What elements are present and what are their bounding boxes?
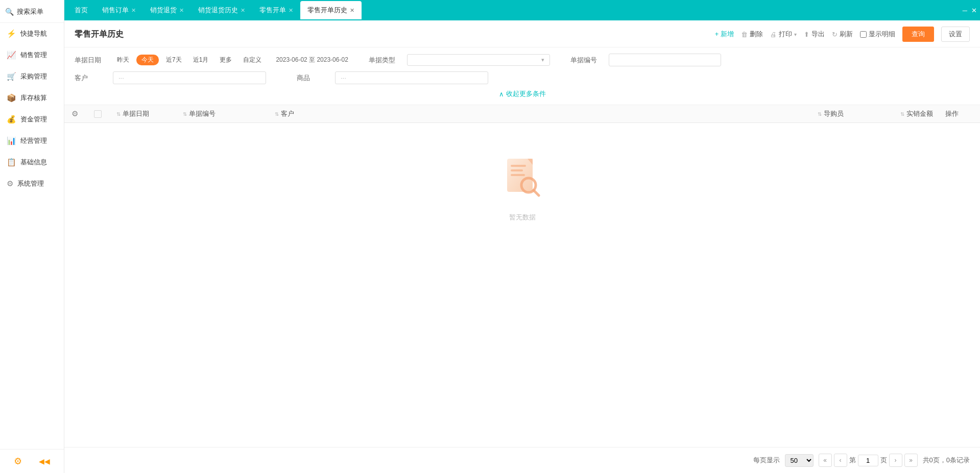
purchase-icon: 🛒 [7, 72, 16, 81]
delete-button[interactable]: 🗑 删除 [741, 30, 763, 39]
minimize-icon[interactable]: ─ [963, 7, 967, 14]
settings-bottom-icon[interactable]: ⚙ [14, 456, 22, 467]
th-number-sort-icon[interactable]: ⇅ [183, 111, 187, 117]
th-amount-sort-icon[interactable]: ⇅ [900, 111, 904, 117]
table-area: ⚙ ⇅ 单据日期 ⇅ 单据编号 ⇅ 客户 ⇅ [64, 105, 980, 447]
th-guide-sort-icon[interactable]: ⇅ [818, 111, 822, 117]
tab-sales-order[interactable]: 销售订单 ✕ [95, 1, 143, 19]
svg-line-5 [534, 190, 539, 195]
filter-row-2: 客户 ··· 商品 ··· [75, 71, 970, 84]
th-date-sort-icon[interactable]: ⇅ [116, 111, 121, 117]
search-icon: 🔍 [5, 8, 14, 16]
export-icon: ⬆ [804, 31, 809, 38]
th-amount: ⇅ 实销金额 [873, 109, 939, 118]
tab-sales-return-history-close[interactable]: ✕ [241, 7, 245, 14]
tab-retail-history[interactable]: 零售开单历史 ✕ [300, 1, 362, 19]
basic-info-icon: 📋 [7, 158, 16, 167]
add-label: + 新增 [715, 30, 734, 39]
display-detail-checkbox[interactable] [860, 31, 867, 38]
sidebar-item-sys-mgmt[interactable]: ⚙ 系统管理 [0, 173, 64, 194]
page-nav: « ‹ 第 1 页 › » [819, 454, 918, 467]
display-detail-button[interactable]: 显示明细 [860, 30, 895, 39]
setting-button[interactable]: 设置 [941, 27, 970, 42]
date-btn-1month[interactable]: 近1月 [189, 55, 213, 65]
export-label: 导出 [811, 30, 825, 39]
collapse-icon: ∧ [499, 90, 504, 98]
close-window-icon[interactable]: ✕ [971, 7, 977, 14]
sidebar-item-finance[interactable]: 💰 资金管理 [0, 109, 64, 130]
display-detail-label: 显示明细 [869, 30, 895, 39]
tab-sales-order-close[interactable]: ✕ [131, 7, 136, 14]
quick-nav-icon: ⚡ [7, 29, 16, 38]
th-checkbox[interactable] [85, 110, 110, 118]
delete-label: 删除 [750, 30, 763, 39]
sidebar-item-label: 系统管理 [17, 179, 44, 188]
th-customer-label: 客户 [281, 109, 294, 118]
sidebar-item-quick-nav[interactable]: ⚡ 快捷导航 [0, 23, 64, 44]
sidebar-item-purchase-mgmt[interactable]: 🛒 采购管理 [0, 66, 64, 87]
th-customer-sort-icon[interactable]: ⇅ [275, 111, 279, 117]
th-amount-label: 实销金额 [906, 109, 933, 118]
order-type-label: 单据类型 [369, 56, 397, 65]
export-button[interactable]: ⬆ 导出 [804, 30, 825, 39]
page-suffix: 页 [880, 456, 887, 465]
sidebar-item-basic-info[interactable]: 📋 基础信息 [0, 152, 64, 173]
sidebar-item-sales-mgmt[interactable]: 📈 销售管理 [0, 44, 64, 66]
sys-icon: ⚙ [7, 179, 13, 188]
print-icon: 🖨 [770, 31, 777, 38]
tab-retail-history-close[interactable]: ✕ [350, 7, 354, 14]
empty-illustration [497, 154, 548, 205]
select-all-checkbox[interactable] [94, 110, 102, 118]
print-button[interactable]: 🖨 打印 ▾ [770, 30, 797, 39]
prev-page-button[interactable]: ‹ [834, 454, 847, 467]
goods-label: 商品 [297, 73, 325, 83]
sidebar-search[interactable]: 🔍 搜索采单 [0, 0, 64, 23]
order-type-select[interactable]: ▾ [407, 54, 550, 66]
filter-collapse-btn[interactable]: ∧ 收起更多条件 [75, 89, 970, 98]
order-number-input[interactable] [609, 54, 721, 66]
goods-select[interactable]: ··· [335, 71, 488, 84]
refresh-icon: ↻ [832, 31, 838, 38]
goods-placeholder: ··· [341, 74, 346, 82]
date-btn-more[interactable]: 更多 [216, 55, 236, 65]
date-btn-7days[interactable]: 近7天 [162, 55, 186, 65]
filter-row-1: 单据日期 昨天 今天 近7天 近1月 更多 自定义 2023-06-02 至 2… [75, 54, 970, 66]
sidebar-item-label: 库存核算 [20, 93, 47, 103]
empty-text: 暂无数据 [509, 213, 536, 222]
tab-sales-return-close[interactable]: ✕ [179, 7, 184, 14]
tab-home[interactable]: 首页 [67, 1, 95, 19]
date-btn-custom[interactable]: 自定义 [239, 55, 266, 65]
toolbar: + 新增 🗑 删除 🖨 打印 ▾ ⬆ 导出 ↻ 刷新 [715, 27, 970, 42]
th-date-label: 单据日期 [123, 109, 149, 118]
tab-sales-return-history[interactable]: 销货退货历史 ✕ [191, 1, 252, 19]
th-settings[interactable]: ⚙ [64, 109, 85, 118]
tab-retail-open-close[interactable]: ✕ [289, 7, 293, 14]
next-page-button[interactable]: › [889, 454, 902, 467]
date-btn-today[interactable]: 今天 [136, 55, 159, 65]
query-button[interactable]: 查询 [902, 27, 934, 42]
add-button[interactable]: + 新增 [715, 30, 734, 39]
collapse-sidebar-icon[interactable]: ◀◀ [39, 457, 50, 465]
tab-retail-open[interactable]: 零售开单 ✕ [252, 1, 300, 19]
date-filter-label: 单据日期 [75, 56, 103, 65]
page-label: 第 [849, 456, 856, 465]
per-page-select[interactable]: 50 100 200 [785, 454, 814, 467]
sidebar-item-inventory[interactable]: 📦 库存核算 [0, 87, 64, 109]
tab-sales-return[interactable]: 销货退货 ✕ [143, 1, 191, 19]
sidebar-item-business[interactable]: 📊 经营管理 [0, 130, 64, 152]
sidebar-item-label: 经营管理 [20, 136, 47, 145]
refresh-button[interactable]: ↻ 刷新 [832, 30, 853, 39]
business-icon: 📊 [7, 136, 16, 145]
customer-select[interactable]: ··· [113, 71, 266, 84]
finance-icon: 💰 [7, 115, 16, 124]
svg-rect-2 [511, 169, 523, 171]
table-settings-icon[interactable]: ⚙ [71, 109, 78, 118]
first-page-button[interactable]: « [819, 454, 832, 467]
per-page-label: 每页显示 [753, 456, 780, 465]
th-action: 操作 [939, 109, 980, 118]
customer-label: 客户 [75, 73, 103, 83]
page-input[interactable]: 1 [858, 455, 878, 466]
date-btn-yesterday[interactable]: 昨天 [113, 55, 133, 65]
last-page-button[interactable]: » [904, 454, 918, 467]
svg-rect-1 [511, 165, 526, 167]
